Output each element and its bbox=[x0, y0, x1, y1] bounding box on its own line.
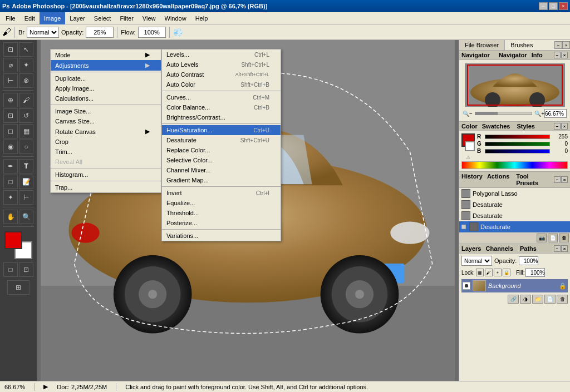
adj-posterize[interactable]: Posterize... bbox=[162, 218, 281, 228]
adj-channel-mixer[interactable]: Channel Mixer... bbox=[162, 165, 281, 175]
adj-brightness[interactable]: Brightness/Contrast... bbox=[162, 112, 281, 122]
menu-view[interactable]: View bbox=[138, 12, 160, 24]
adj-replace-color[interactable]: Replace Color... bbox=[162, 145, 281, 155]
adj-curves[interactable]: Curves...Ctrl+M bbox=[162, 92, 281, 102]
menu-adjustments[interactable]: Adjustments▶ bbox=[51, 60, 161, 71]
menu-file[interactable]: File bbox=[1, 12, 20, 24]
adj-auto-color[interactable]: Auto ColorShft+Ctrl+B bbox=[162, 80, 281, 90]
adj-variations[interactable]: Variations... bbox=[162, 231, 281, 241]
menu-trap[interactable]: Trap... bbox=[51, 182, 161, 192]
menu-histogram[interactable]: Histogram... bbox=[51, 170, 161, 180]
menu-sep4 bbox=[51, 181, 161, 181]
menu-window[interactable]: Window bbox=[160, 12, 191, 24]
menubar: File Edit Image Layer Select Filter View… bbox=[0, 12, 570, 24]
menu-overlay: Mode▶ Adjustments▶ Duplicate... Apply Im… bbox=[0, 24, 570, 392]
adjustments-submenu-popup: Levels...Ctrl+L Auto LevelsShft+Ctrl+L A… bbox=[161, 49, 281, 241]
adj-sep2 bbox=[162, 123, 281, 124]
minimize-btn[interactable]: − bbox=[539, 2, 548, 10]
menu-mode[interactable]: Mode▶ bbox=[51, 49, 161, 60]
menu-select[interactable]: Select bbox=[90, 12, 116, 24]
adj-auto-contrast[interactable]: Auto ContrastAlt+Shft+Ctrl+L bbox=[162, 70, 281, 80]
menu-calculations[interactable]: Calculations... bbox=[51, 93, 161, 103]
menu-filter[interactable]: Filter bbox=[115, 12, 137, 24]
menu-rotate-canvas[interactable]: Rotate Canvas▶ bbox=[51, 126, 161, 137]
adj-desaturate[interactable]: DesaturateShft+Ctrl+U bbox=[162, 135, 281, 145]
menu-image-size[interactable]: Image Size... bbox=[51, 106, 161, 116]
close-btn[interactable]: × bbox=[559, 2, 568, 10]
adj-sep3 bbox=[162, 186, 281, 187]
menu-sep2 bbox=[51, 105, 161, 105]
menu-canvas-size[interactable]: Canvas Size... bbox=[51, 116, 161, 126]
menu-help[interactable]: Help bbox=[191, 12, 213, 24]
adj-levels[interactable]: Levels...Ctrl+L bbox=[162, 49, 281, 59]
maximize-btn[interactable]: □ bbox=[549, 2, 558, 10]
app-title: Ps Adobe Photoshop - [2005vauxhallzafira… bbox=[2, 3, 267, 9]
menu-crop[interactable]: Crop bbox=[51, 137, 161, 147]
adj-selective-color[interactable]: Selective Color... bbox=[162, 155, 281, 165]
titlebar: Ps Adobe Photoshop - [2005vauxhallzafira… bbox=[0, 0, 570, 12]
adj-color-balance[interactable]: Color Balance...Ctrl+B bbox=[162, 102, 281, 112]
image-menu-popup: Mode▶ Adjustments▶ Duplicate... Apply Im… bbox=[50, 49, 161, 193]
adj-auto-levels[interactable]: Auto LevelsShft+Ctrl+L bbox=[162, 59, 281, 70]
menu-sep3 bbox=[51, 168, 161, 168]
adj-invert[interactable]: InvertCtrl+I bbox=[162, 188, 281, 198]
menu-sep1 bbox=[51, 72, 161, 72]
window-controls: − □ × bbox=[539, 2, 568, 10]
menu-duplicate[interactable]: Duplicate... bbox=[51, 73, 161, 83]
menu-layer[interactable]: Layer bbox=[65, 12, 90, 24]
menu-apply-image[interactable]: Apply Image... bbox=[51, 83, 161, 93]
app-icon: Ps bbox=[2, 3, 9, 9]
adj-equalize[interactable]: Equalize... bbox=[162, 198, 281, 208]
menu-image[interactable]: Image bbox=[40, 12, 66, 24]
adj-sep1 bbox=[162, 91, 281, 91]
menu-reveal-all: Reveal All bbox=[51, 157, 161, 167]
menu-trim[interactable]: Trim... bbox=[51, 147, 161, 157]
adj-threshold[interactable]: Threshold... bbox=[162, 208, 281, 218]
menu-edit[interactable]: Edit bbox=[20, 12, 40, 24]
adj-sep4 bbox=[162, 229, 281, 230]
adj-gradient-map[interactable]: Gradient Map... bbox=[162, 175, 281, 185]
adj-hue-saturation[interactable]: Hue/Saturation...Ctrl+U bbox=[162, 125, 281, 135]
